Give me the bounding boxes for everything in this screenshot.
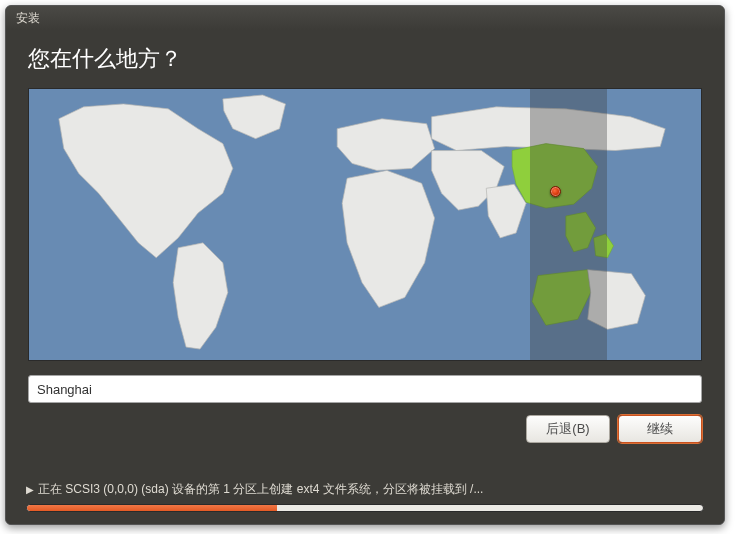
disclosure-triangle-icon[interactable]: ▶ (26, 484, 34, 495)
location-input[interactable] (28, 375, 702, 403)
window-title: 安装 (16, 10, 40, 27)
progress-bar (26, 504, 704, 512)
timezone-map[interactable] (28, 88, 702, 361)
installer-window: 安装 您在什么地方？ (5, 5, 725, 525)
page-heading: 您在什么地方？ (28, 44, 702, 74)
install-status: ▶ 正在 SCSI3 (0,0,0) (sda) 设备的第 1 分区上创建 ex… (6, 475, 724, 524)
navigation-buttons: 后退(B) 继续 (6, 409, 724, 457)
back-button[interactable]: 后退(B) (526, 415, 610, 443)
continue-button[interactable]: 继续 (618, 415, 702, 443)
progress-fill (27, 505, 277, 511)
content-header: 您在什么地方？ (6, 30, 724, 88)
titlebar[interactable]: 安装 (6, 6, 724, 30)
timezone-band-highlight (530, 89, 607, 360)
status-text-row: ▶ 正在 SCSI3 (0,0,0) (sda) 设备的第 1 分区上创建 ex… (26, 481, 704, 498)
status-label: 正在 SCSI3 (0,0,0) (sda) 设备的第 1 分区上创建 ext4… (38, 481, 483, 498)
location-marker-icon (550, 186, 561, 197)
location-input-row (6, 361, 724, 409)
